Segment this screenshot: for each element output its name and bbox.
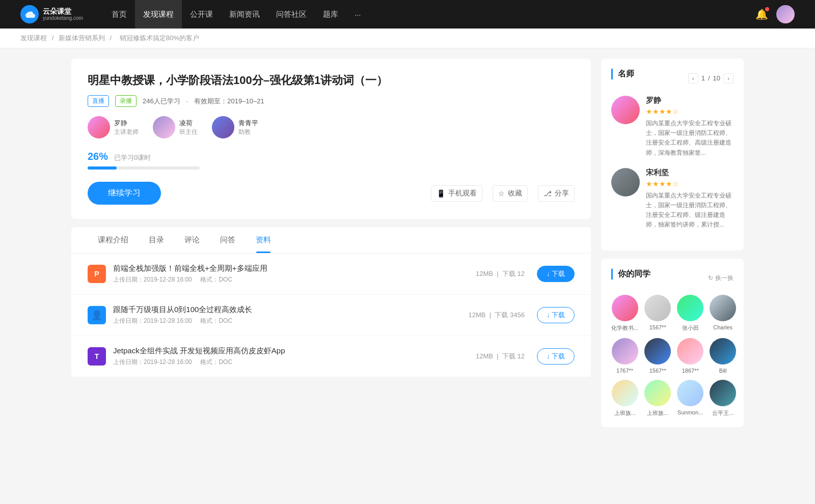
classmate-name-4: Charles — [713, 324, 732, 330]
progress-section: 26% 已学习0课时 — [88, 151, 575, 170]
download-button-2[interactable]: ↓ 下载 — [537, 307, 575, 323]
tab-qa[interactable]: 问答 — [210, 227, 246, 253]
resource-icon-2: 👤 — [88, 306, 106, 324]
navbar: 云朵课堂 yundoketang.com 首页 发现课程 公开课 新闻资讯 问答… — [0, 0, 815, 29]
nav-item-open[interactable]: 公开课 — [182, 0, 221, 29]
collect-button[interactable]: ☆ 收藏 — [493, 185, 528, 202]
refresh-label: 换一换 — [715, 274, 734, 283]
share-icon: ⎇ — [544, 189, 552, 198]
classmate-7: 1867** — [677, 338, 703, 374]
classmate-name-1: 化学教书... — [611, 324, 638, 332]
teacher-3: 青青平 助教 — [212, 116, 258, 138]
sidebar-teacher-info-2: 宋利坚 ★★★★☆ 国内某重点大学安全工程专业硕士，国家一级注册消防工程师、注册… — [646, 168, 734, 230]
teacher-info-2: 凌荷 班主任 — [179, 119, 198, 136]
classmate-name-7: 1867** — [682, 368, 699, 374]
star-icon: ☆ — [498, 189, 505, 198]
resource-info-2: 跟随千万级项目从0到100全过程高效成长 上传日期：2019-12-28 16:… — [113, 305, 469, 325]
nav-item-quiz[interactable]: 题库 — [315, 0, 346, 29]
sidebar-teacher-desc-1: 国内某重点大学安全工程专业硕士，国家一级注册消防工程师、注册安全工程师、高级注册… — [646, 119, 734, 158]
course-meta: 直播 录播 246人已学习 · 有效期至：2019–10–21 — [88, 95, 575, 107]
teachers-card-header: 名师 ‹ 1 / 10 › — [611, 69, 734, 88]
sidebar-teacher-name-1: 罗静 — [646, 96, 734, 105]
classmate-6: 1567** — [644, 338, 671, 374]
badge-record: 录播 — [115, 95, 137, 107]
refresh-button[interactable]: ↻ 换一换 — [708, 274, 734, 283]
teacher-avatar-2 — [153, 116, 175, 138]
classmates-header: 你的同学 ↻ 换一换 — [611, 269, 734, 288]
teachers-card: 名师 ‹ 1 / 10 › 罗静 ★★★★☆ 国内某重点大学安全工程专业硕士，国… — [601, 59, 744, 250]
mobile-view-button[interactable]: 📱 手机观看 — [431, 185, 482, 202]
classmates-grid: 化学教书... 1567** 张小田 Charles 1767** — [611, 295, 734, 417]
sidebar-teacher-2: 宋利坚 ★★★★☆ 国内某重点大学安全工程专业硕士，国家一级注册消防工程师、注册… — [611, 168, 734, 230]
resource-meta-3: 上传日期：2019-12-28 16:00 格式：DOC — [113, 358, 476, 367]
tab-resources[interactable]: 资料 — [246, 227, 281, 253]
mobile-label: 手机观看 — [448, 189, 477, 198]
collect-label: 收藏 — [508, 189, 522, 198]
teacher-name-3: 青青平 — [238, 119, 258, 128]
resource-icon-1: P — [88, 265, 106, 283]
teacher-1: 罗静 主讲老师 — [88, 116, 139, 138]
classmate-9: 上班族... — [611, 380, 638, 417]
tabs-header: 课程介绍 目录 评论 问答 资料 — [71, 227, 591, 254]
sidebar-teacher-1: 罗静 ★★★★☆ 国内某重点大学安全工程专业硕士，国家一级注册消防工程师、注册安… — [611, 96, 734, 158]
sidebar-teacher-info-1: 罗静 ★★★★☆ 国内某重点大学安全工程专业硕士，国家一级注册消防工程师、注册安… — [646, 96, 734, 158]
tab-catalog[interactable]: 目录 — [139, 227, 174, 253]
classmate-avatar-10 — [644, 380, 671, 406]
logo[interactable]: 云朵课堂 yundoketang.com — [20, 5, 83, 23]
share-button[interactable]: ⎇ 分享 — [538, 185, 575, 202]
classmate-name-2: 1567** — [649, 324, 666, 330]
user-avatar-nav[interactable] — [776, 5, 795, 23]
classmate-name-8: Bill — [719, 368, 727, 374]
classmate-3: 张小田 — [677, 295, 703, 332]
classmate-name-12: 云平王... — [712, 409, 734, 417]
breadcrumb-item-series[interactable]: 新媒体营销系列 — [59, 34, 105, 42]
nav-items: 首页 发现课程 公开课 新闻资讯 问答社区 题库 ··· — [103, 0, 755, 29]
classmate-avatar-4 — [710, 295, 736, 321]
next-page-button[interactable]: › — [723, 73, 734, 83]
download-button-3[interactable]: ↓ 下载 — [537, 348, 575, 365]
teacher-info-3: 青青平 助教 — [238, 119, 258, 136]
classmate-4: Charles — [710, 295, 736, 332]
progress-bar-fill — [88, 166, 117, 170]
refresh-icon: ↻ — [708, 274, 713, 282]
teacher-role-2: 班主任 — [179, 128, 198, 136]
nav-item-qa[interactable]: 问答社区 — [268, 0, 315, 29]
nav-item-more[interactable]: ··· — [346, 0, 369, 29]
classmate-avatar-12 — [710, 380, 736, 406]
resource-info-3: Jetpack全组件实战 开发短视频应用高仿皮皮虾App 上传日期：2019-1… — [113, 346, 476, 367]
resource-meta-1: 上传日期：2019-12-28 16:00 格式：DOC — [113, 275, 476, 284]
download-button-1[interactable]: ↓ 下载 — [537, 266, 575, 282]
classmate-avatar-5 — [612, 338, 638, 365]
breadcrumb: 发现课程 / 新媒体营销系列 / 销冠修炼术搞定80%的客户 — [0, 29, 815, 48]
page-total: 10 — [713, 74, 720, 82]
tab-intro[interactable]: 课程介绍 — [88, 227, 139, 253]
valid-until: 有效期至：2019–10–21 — [194, 97, 264, 106]
tab-review[interactable]: 评论 — [174, 227, 210, 253]
nav-item-news[interactable]: 新闻资讯 — [221, 0, 268, 29]
actions-row: 继续学习 📱 手机观看 ☆ 收藏 ⎇ 分享 — [88, 182, 575, 205]
classmate-avatar-7 — [677, 338, 703, 365]
resource-stats-3: 12MB | 下载 12 — [476, 352, 525, 361]
sidebar-teacher-name-2: 宋利坚 — [646, 168, 734, 178]
breadcrumb-item-courses[interactable]: 发现课程 — [20, 34, 47, 42]
bell-icon[interactable]: 🔔 — [755, 8, 768, 20]
teacher-info-1: 罗静 主讲老师 — [114, 119, 139, 136]
resource-stats-2: 12MB | 下载 3456 — [469, 311, 525, 320]
nav-item-courses[interactable]: 发现课程 — [135, 0, 182, 29]
classmate-name-10: 上班族... — [647, 409, 668, 417]
continue-button[interactable]: 继续学习 — [88, 182, 161, 205]
classmate-2: 1567** — [644, 295, 671, 332]
logo-text: 云朵课堂 yundoketang.com — [43, 7, 83, 22]
prev-page-button[interactable]: ‹ — [688, 73, 698, 83]
classmate-name-3: 张小田 — [682, 324, 699, 332]
nav-item-home[interactable]: 首页 — [103, 0, 135, 29]
classmate-name-9: 上班族... — [614, 409, 636, 417]
classmate-1: 化学教书... — [611, 295, 638, 332]
resource-item-1: P 前端全栈加强版！前端全栈+全周期+多端应用 上传日期：2019-12-28 … — [71, 254, 591, 295]
course-card: 明星中教授课，小学阶段语法100分–强化级第1讲动词（一） 直播 录播 246人… — [71, 59, 591, 219]
sidebar-right: 名师 ‹ 1 / 10 › 罗静 ★★★★☆ 国内某重点大学安全工程专业硕士，国… — [601, 59, 744, 435]
classmate-avatar-9 — [612, 380, 638, 406]
teacher-name-1: 罗静 — [114, 119, 139, 128]
pagination: ‹ 1 / 10 › — [688, 73, 734, 83]
teachers-card-title: 名师 — [611, 69, 634, 79]
